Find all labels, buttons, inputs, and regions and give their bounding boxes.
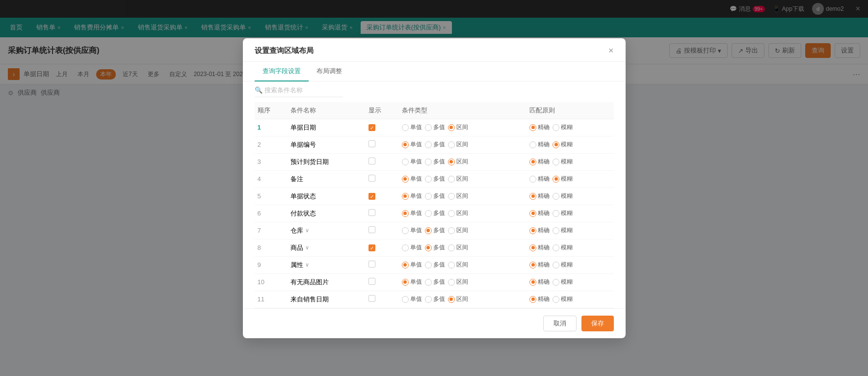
type-radio-item[interactable]: 区间: [448, 243, 468, 252]
type-radio-item[interactable]: 区间: [448, 261, 468, 269]
type-radio-item[interactable]: 单值: [402, 140, 422, 149]
display-checkbox[interactable]: [368, 261, 375, 268]
type-radio-item[interactable]: 单值: [402, 158, 422, 166]
match-radio-item[interactable]: 精确: [529, 158, 550, 166]
radio-label: 模糊: [561, 175, 573, 183]
type-radio-item[interactable]: 多值: [425, 209, 445, 217]
radio-label: 精确: [538, 140, 550, 149]
type-radio-item[interactable]: 单值: [402, 175, 422, 183]
match-radio-item[interactable]: 模糊: [552, 295, 573, 303]
match-radio-item[interactable]: 精确: [529, 226, 550, 235]
match-radio-item[interactable]: 模糊: [552, 175, 573, 183]
table-row: 9属性∨单值多值区间精确模糊: [255, 256, 614, 273]
type-radio-item[interactable]: 多值: [425, 175, 445, 183]
type-radio-item[interactable]: 区间: [448, 192, 468, 200]
match-radio-item[interactable]: 精确: [529, 209, 550, 217]
type-radio-item[interactable]: 多值: [425, 123, 445, 132]
type-radio-item[interactable]: 区间: [448, 295, 468, 303]
tab-query-fields[interactable]: 查询字段设置: [255, 62, 309, 81]
display-checkbox[interactable]: [368, 158, 375, 164]
type-radio-item[interactable]: 区间: [448, 278, 468, 286]
type-radio-item[interactable]: 单值: [402, 123, 422, 132]
display-checkbox[interactable]: ✓: [368, 244, 375, 251]
type-radio-item[interactable]: 单值: [402, 226, 422, 235]
display-checkbox[interactable]: [368, 295, 375, 302]
radio-circle: [402, 141, 409, 148]
match-radio-item[interactable]: 精确: [529, 175, 550, 183]
chevron-down-icon[interactable]: ∨: [305, 227, 309, 234]
match-radio-item[interactable]: 精确: [529, 192, 550, 200]
display-checkbox[interactable]: ✓: [368, 124, 375, 131]
modal-header: 设置查询区域布局 ×: [243, 38, 626, 62]
match-radio-item[interactable]: 模糊: [552, 123, 573, 132]
display-checkbox[interactable]: [368, 140, 375, 147]
type-radio-item[interactable]: 多值: [425, 192, 445, 200]
match-radio-item[interactable]: 模糊: [552, 226, 573, 235]
type-radio-item[interactable]: 区间: [448, 140, 468, 149]
match-radio-item[interactable]: 模糊: [552, 209, 573, 217]
radio-label: 多值: [433, 226, 445, 235]
type-radio-item[interactable]: 多值: [425, 278, 445, 286]
radio-label: 多值: [433, 140, 445, 149]
type-radio-item[interactable]: 多值: [425, 243, 445, 252]
type-radio-item[interactable]: 单值: [402, 261, 422, 269]
type-radio-item[interactable]: 多值: [425, 140, 445, 149]
match-radio-item[interactable]: 精确: [529, 123, 550, 132]
type-radio-item[interactable]: 单值: [402, 209, 422, 217]
query-table: 顺序 条件名称 显示 条件类型 匹配原则 1单据日期✓单值多值区间精确模糊2单据…: [255, 102, 614, 308]
radio-label: 区间: [456, 175, 468, 183]
match-radio-item[interactable]: 模糊: [552, 243, 573, 252]
radio-label: 区间: [456, 123, 468, 132]
match-radio-item[interactable]: 模糊: [552, 192, 573, 200]
field-name: 来自销售日期: [290, 295, 329, 304]
type-radio-item[interactable]: 单值: [402, 295, 422, 303]
display-checkbox[interactable]: [368, 226, 375, 233]
type-radio-item[interactable]: 单值: [402, 278, 422, 286]
type-radio-item[interactable]: 多值: [425, 295, 445, 303]
match-radio-item[interactable]: 模糊: [552, 278, 573, 286]
type-radio-item[interactable]: 多值: [425, 158, 445, 166]
search-input[interactable]: [264, 86, 343, 94]
modal-overlay[interactable]: 设置查询区域布局 × 查询字段设置 布局调整 🔍 顺序: [0, 0, 868, 376]
match-radio-item[interactable]: 模糊: [552, 140, 573, 149]
col-type: 条件类型: [399, 102, 527, 119]
match-radio-item[interactable]: 精确: [529, 278, 550, 286]
radio-label: 模糊: [561, 295, 573, 303]
radio-circle: [529, 227, 536, 234]
type-radio-item[interactable]: 区间: [448, 175, 468, 183]
match-radio-item[interactable]: 精确: [529, 261, 550, 269]
radio-circle: [448, 124, 455, 131]
match-radio-item[interactable]: 精确: [529, 140, 550, 149]
radio-label: 精确: [538, 226, 550, 235]
type-radio-item[interactable]: 区间: [448, 209, 468, 217]
type-radio-item[interactable]: 多值: [425, 226, 445, 235]
chevron-down-icon[interactable]: ∨: [305, 244, 309, 251]
match-radio-item[interactable]: 精确: [529, 295, 550, 303]
col-order: 顺序: [255, 102, 288, 119]
display-checkbox[interactable]: [368, 209, 375, 216]
display-checkbox[interactable]: ✓: [368, 193, 375, 200]
table-row: 1单据日期✓单值多值区间精确模糊: [255, 119, 614, 136]
match-radio-item[interactable]: 精确: [529, 243, 550, 252]
type-radio-item[interactable]: 区间: [448, 226, 468, 235]
cell-name: 预计到货日期: [288, 153, 366, 170]
save-button[interactable]: 保存: [581, 316, 614, 331]
type-radio-item[interactable]: 区间: [448, 158, 468, 166]
tab-layout[interactable]: 布局调整: [309, 62, 350, 81]
order-number: 4: [258, 175, 261, 183]
type-radio-item[interactable]: 区间: [448, 123, 468, 132]
radio-label: 模糊: [561, 243, 573, 252]
match-radio-group: 精确模糊: [529, 295, 610, 303]
match-radio-item[interactable]: 模糊: [552, 158, 573, 166]
match-radio-item[interactable]: 模糊: [552, 261, 573, 269]
display-checkbox[interactable]: [368, 278, 375, 285]
modal-close-button[interactable]: ×: [608, 46, 614, 55]
type-radio-item[interactable]: 单值: [402, 243, 422, 252]
cancel-button[interactable]: 取消: [543, 316, 577, 331]
radio-label: 区间: [456, 243, 468, 252]
display-checkbox[interactable]: [368, 175, 375, 182]
type-radio-item[interactable]: 多值: [425, 261, 445, 269]
type-radio-item[interactable]: 单值: [402, 192, 422, 200]
cell-display: ✓: [366, 239, 398, 256]
chevron-down-icon[interactable]: ∨: [305, 262, 309, 268]
